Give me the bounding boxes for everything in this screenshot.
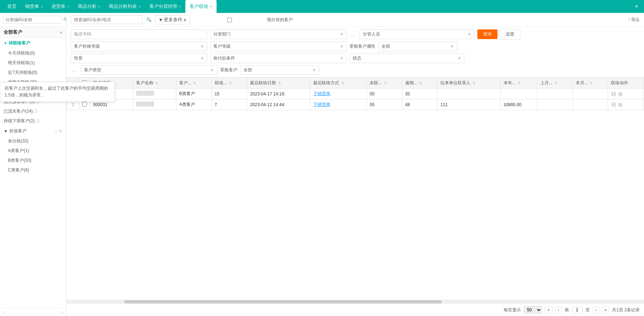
row-checkbox[interactable] [82,102,87,107]
sort-icon[interactable]: ⇅ [193,81,196,85]
nav-product-analysis[interactable]: 商品分析 × [74,0,105,13]
setting-button[interactable]: 设置 [500,29,520,39]
page-number-input[interactable] [572,306,583,313]
sidebar-all-customers[interactable]: 全部客户 « [0,27,66,38]
top-nav: 首页 销货单 × 进货单 × 商品分析 × 商品分析列表 × 客户分层经营 × … [0,0,644,13]
sidebar-item-a-class[interactable]: A类客户(1) [0,146,66,156]
action-buttons: 查询 设置 [477,29,520,39]
contact-person-cell [437,89,500,99]
sidebar-section-pending[interactable]: ▼ 待联络客户 [0,38,66,48]
customer-name-cell [133,89,176,99]
sidebar-item-7days[interactable]: 近7天待联络(0) [0,68,66,77]
export-button[interactable]: ↑ 导出 [628,17,640,23]
my-customer-checkbox[interactable] [194,18,265,22]
prev-page-button[interactable]: ‹ [555,306,562,313]
sort-icon[interactable]: ⇅ [278,81,281,85]
tooltip: 距客户上次交易时长，超过了此客户的平均交易周期的1.5倍，则视为异常。 [0,82,115,102]
sidebar-next-btn[interactable]: › [62,310,63,315]
query-button[interactable]: 查询 [477,29,497,39]
sort-icon[interactable]: ⇅ [555,81,557,85]
filter-row-2: 客户价格等级 ▼ 客户等级 ▼ 零散客户属性 全部 ▼ [71,42,640,51]
last-contact-method-cell[interactable]: 下销货单 [310,99,367,110]
grid-icon[interactable]: ⊞ [618,102,622,108]
close-icon[interactable]: × [210,0,212,13]
nav-product-list[interactable]: 商品分析列表 × [105,0,145,13]
link-icon[interactable]: ⛓ [611,91,616,97]
nav-purchase[interactable]: 进货单 × [47,0,73,13]
last-contact-method-cell[interactable]: 下销货单 [310,89,367,99]
dept-more-btn[interactable]: ... [349,32,357,37]
edit-icon[interactable]: ✎ [59,129,62,134]
my-customer-checkbox-label[interactable]: 我分管的客户 [194,17,293,23]
filter-customer-level-select[interactable]: 客户等级 ▼ [210,42,347,51]
info-icon: ⓘ [34,109,38,114]
sidebar-item-declining[interactable]: 持续下滑客户(2) ⓘ [0,116,66,126]
filter-retail-attr-select[interactable]: 全部 ▼ [378,42,457,51]
filter-customer-type-select[interactable]: 客户类型 ▼ [81,65,217,75]
customer-name-cell [133,99,176,110]
sort-icon[interactable]: ⇅ [590,81,593,85]
sort-icon[interactable]: ⇅ [155,81,158,85]
col-contact-person: 往来单位联系人 ⇅ [437,78,500,89]
nav-customer-contact[interactable]: 客户联络 × [185,0,216,13]
sidebar-search-input[interactable] [3,16,62,24]
close-icon[interactable]: × [179,0,181,13]
filter-gender-select[interactable]: 性质 ▼ [71,53,207,63]
page-size-select[interactable]: 50 20 100 200 [524,306,542,314]
sidebar-item-c-class[interactable]: C类客户(6) [0,165,66,175]
sort-icon[interactable]: ⇅ [419,81,422,85]
add-icon[interactable]: ○ [55,129,57,134]
filter-search-input[interactable] [71,15,143,24]
sidebar-item-tomorrow[interactable]: 明天待联络(1) [0,58,66,68]
retail-attr-label: 零散客户属性 [349,43,375,49]
grid-icon[interactable]: ⊞ [618,91,622,97]
scrollbar-thumb[interactable] [124,300,442,303]
sort-icon[interactable]: ⇅ [341,81,344,85]
sidebar-item-b-class[interactable]: B类客户(33) [0,156,66,165]
close-icon[interactable]: × [67,0,69,13]
filter-search-icon[interactable]: 🔍 [146,17,152,22]
sort-icon[interactable]: ⇅ [229,81,232,85]
filter-icon: ▼ [158,17,163,23]
filter-payment-select[interactable]: 收付款条件 ▼ [210,53,347,63]
sidebar-item-ungroup[interactable]: 未分组(32) [0,136,66,146]
filter-status-select[interactable]: 状态 ▼ [349,53,464,63]
sort-icon[interactable]: ⇅ [384,81,387,85]
close-all-button[interactable]: × [632,3,641,10]
sidebar-search-icon[interactable]: 🔍 [63,17,66,22]
chevron-down-icon: ▼ [450,44,454,48]
last-page-button[interactable]: » [602,306,610,313]
sidebar-collapse-btn[interactable]: « [60,29,62,35]
nav-customer-tier[interactable]: 客户分层经营 × [145,0,185,13]
filter-phone-input[interactable] [93,32,204,37]
close-icon[interactable]: × [41,0,43,13]
filter-price-level-select[interactable]: 客户价格等级 ▼ [71,42,207,51]
close-icon[interactable]: × [98,0,100,13]
chevron-down-icon: ▼ [210,68,214,72]
close-icon[interactable]: × [138,0,140,13]
table-row: 2 000031 A类客户 7 2023-04-12 14:44: 下销货单 [67,99,644,110]
col-last-contact-method: 最后联络方式 ⇅ [310,78,367,89]
content-area: 🔍 ▼ 更多条件 ∧ 我分管的客户 ↑ 导出 电话号码 [66,13,644,316]
link-icon[interactable]: ⛓ [611,102,616,108]
chevron-down-icon: ▼ [468,32,471,36]
sidebar-value-title[interactable]: ▼ 价值客户 [4,128,27,134]
filter-retail-customer-select[interactable]: 全部 ▼ [240,65,319,75]
horizontal-scrollbar[interactable] [66,300,644,303]
col-customer-type: 客户... ⇅ [176,78,212,89]
filter-person-select[interactable]: 分管人员 ▼ [360,29,474,39]
first-page-button[interactable]: « [545,306,552,313]
current-year-cell [500,89,537,99]
sidebar-item-today[interactable]: 今天待联络(0) [0,48,66,58]
sidebar-content: ▼ 待联络客户 今天待联络(0) 明天待联络(1) 近7天待联络(0) 逾期未联… [0,38,66,308]
more-ellipsis-btn[interactable]: ... [71,67,78,73]
sidebar-prev-btn[interactable]: ‹ [3,310,4,315]
filter-dept-select[interactable]: 分管部门 ▼ [210,29,347,39]
sidebar-item-lost[interactable]: 已流失客户(24) ⓘ [0,107,66,116]
more-conditions-button[interactable]: ▼ 更多条件 ∧ [155,15,190,24]
sort-icon[interactable]: ⇅ [518,81,520,85]
nav-sales[interactable]: 销货单 × [21,0,47,13]
next-page-button[interactable]: › [593,306,599,313]
nav-home[interactable]: 首页 [3,0,21,13]
sort-icon[interactable]: ⇅ [473,81,476,85]
